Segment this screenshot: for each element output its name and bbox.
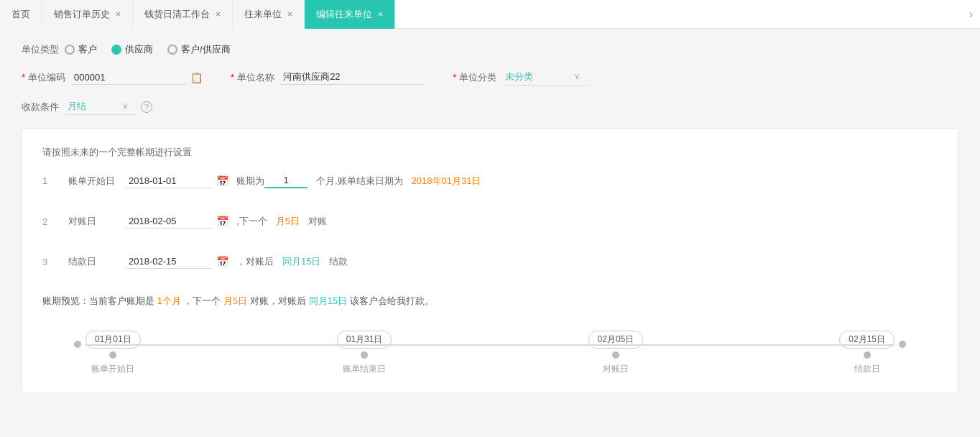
payment-date-input[interactable] xyxy=(126,254,212,269)
calendar-icon-1[interactable]: 📅 xyxy=(216,175,228,187)
unit-type-row: 单位类型 客户 供应商 客户/供应商 xyxy=(22,43,958,56)
main-content: 单位类型 客户 供应商 客户/供应商 * 单位编码 📋 * 单位名称 xyxy=(0,29,980,437)
preview-sep2: 对账，对账后 xyxy=(250,295,306,306)
period-label: 账期为 xyxy=(236,175,264,188)
unit-class-field: * 单位分类 未分类 ∨ xyxy=(453,69,588,86)
question-icon[interactable]: ? xyxy=(141,101,152,113)
unit-class-select[interactable]: 未分类 ∨ xyxy=(502,69,588,86)
row-label-3: 结款日 xyxy=(68,255,126,268)
timeline-point-1: 01月01日 账单开始日 xyxy=(85,331,141,375)
unit-code-label: 单位编码 xyxy=(28,71,65,84)
payment-terms-label: 收款条件 xyxy=(22,101,59,114)
payment-terms-value: 月结 xyxy=(68,100,122,113)
radio-supplier-circle xyxy=(111,45,121,55)
row-label-1: 账单开始日 xyxy=(68,175,126,188)
period-value-input[interactable] xyxy=(264,173,308,188)
timeline-label-4: 结款日 xyxy=(854,363,880,375)
unit-class-label: 单位分类 xyxy=(459,71,496,84)
preview-section: 账期预览：当前客户账期是 1个月 ，下一个 月5日 对账，对账后 同月15日 该… xyxy=(42,286,938,310)
row-num-1: 1 xyxy=(42,175,57,186)
timeline-line xyxy=(85,344,895,346)
timeline-dot-1 xyxy=(109,351,116,359)
unit-name-field: * 单位名称 xyxy=(231,70,424,85)
dropdown-icon: ∨ xyxy=(122,101,134,112)
radio-both-circle xyxy=(167,45,177,55)
reconcile-date-input[interactable] xyxy=(126,214,212,229)
timeline-points: 01月01日 账单开始日 01月31日 账单结束日 02月05日 对账日 xyxy=(57,331,923,375)
row-num-2: 2 xyxy=(42,216,57,227)
radio-customer[interactable]: 客户 xyxy=(65,43,97,56)
payment-terms-select[interactable]: 月结 ∨ xyxy=(65,98,137,115)
timeline-point-2: 01月31日 账单结束日 xyxy=(337,331,392,375)
close-icon[interactable]: × xyxy=(287,9,292,19)
timeline-tag-3: 02月05日 xyxy=(588,331,644,349)
timeline-start-dot xyxy=(74,341,81,348)
dropdown-icon: ∨ xyxy=(574,71,586,83)
calendar-icon-2[interactable]: 📅 xyxy=(216,216,228,227)
unit-type-radio-group: 客户 供应商 客户/供应商 xyxy=(65,43,231,56)
close-icon[interactable]: × xyxy=(116,9,121,19)
timeline-dot-2 xyxy=(361,351,368,359)
tab-cash-work[interactable]: 钱货日清工作台 × xyxy=(133,0,233,29)
radio-both[interactable]: 客户/供应商 xyxy=(167,43,231,56)
preview-suffix: 该客户会给我打款。 xyxy=(350,295,434,306)
payment-terms-row: 收款条件 月结 ∨ ? xyxy=(22,98,958,115)
timeline-dot-3 xyxy=(612,351,619,359)
calendar-icon-3[interactable]: 📅 xyxy=(216,256,228,267)
timeline-end-dot xyxy=(899,341,906,348)
close-icon[interactable]: × xyxy=(378,9,383,19)
timeline-label-2: 账单结束日 xyxy=(343,363,386,375)
calendar-icon[interactable]: 📋 xyxy=(190,72,202,83)
row3-desc-highlight: 同月15日 xyxy=(282,255,320,268)
period-end-date: 2018年01月31日 xyxy=(412,175,481,188)
start-date-input[interactable] xyxy=(126,174,212,188)
timeline-label-1: 账单开始日 xyxy=(91,363,134,375)
tab-sales-order-history[interactable]: 销售订单历史 × xyxy=(42,0,133,29)
timeline: 01月01日 账单开始日 01月31日 账单结束日 02月05日 对账日 xyxy=(42,331,938,375)
row2-desc-suffix: 对账 xyxy=(308,215,327,228)
row3-desc-prefix: ，对账后 xyxy=(236,255,274,268)
tab-home[interactable]: 首页 xyxy=(0,0,42,29)
timeline-dot-4 xyxy=(864,351,871,359)
unit-code-input[interactable] xyxy=(71,70,186,85)
row2-desc-prefix: ,下一个 xyxy=(236,215,267,228)
timeline-point-3: 02月05日 对账日 xyxy=(588,331,644,375)
setting-row-1: 1 账单开始日 📅 账期为 个月,账单结束日期为 2018年01月31日 xyxy=(42,173,938,194)
row-label-2: 对账日 xyxy=(68,215,126,228)
preview-sep1: ，下一个 xyxy=(183,295,221,306)
unit-name-label: 单位名称 xyxy=(237,71,274,84)
timeline-tag-2: 01月31日 xyxy=(337,331,392,349)
settings-panel: 请按照未来的一个完整帐期进行设置 1 账单开始日 📅 账期为 个月,账单结束日期… xyxy=(22,128,958,393)
radio-supplier[interactable]: 供应商 xyxy=(111,43,153,56)
unit-info-row: * 单位编码 📋 * 单位名称 * 单位分类 未分类 ∨ xyxy=(22,69,958,86)
preview-prefix: 账期预览：当前客户账期是 xyxy=(42,295,154,306)
tab-bar: 首页 销售订单历史 × 钱货日清工作台 × 往来单位 × 编辑往来单位 × › xyxy=(0,0,980,29)
preview-date1: 月5日 xyxy=(223,295,247,306)
timeline-label-3: 对账日 xyxy=(603,363,629,375)
tab-expand-button[interactable]: › xyxy=(962,8,980,21)
period-unit: 个月,账单结束日期为 xyxy=(316,175,403,188)
timeline-point-4: 02月15日 结款日 xyxy=(839,331,895,375)
setting-row-2: 2 对账日 📅 ,下一个 月5日 对账 xyxy=(42,214,938,234)
unit-name-input[interactable] xyxy=(280,70,424,85)
preview-date2: 同月15日 xyxy=(309,295,347,306)
row3-desc-suffix: 结款 xyxy=(329,255,348,268)
unit-class-value: 未分类 xyxy=(505,70,574,83)
row-num-3: 3 xyxy=(42,257,57,267)
tab-partner-unit[interactable]: 往来单位 × xyxy=(233,0,305,29)
panel-instruction: 请按照未来的一个完整帐期进行设置 xyxy=(42,146,938,159)
timeline-tag-1: 01月01日 xyxy=(85,331,141,349)
timeline-tag-4: 02月15日 xyxy=(839,331,895,349)
tab-edit-partner-unit[interactable]: 编辑往来单位 × xyxy=(305,0,395,29)
row2-desc-highlight: 月5日 xyxy=(276,215,300,228)
close-icon[interactable]: × xyxy=(216,9,221,19)
radio-customer-circle xyxy=(65,45,75,55)
unit-type-label: 单位类型 xyxy=(22,43,59,56)
unit-code-field: * 单位编码 📋 xyxy=(22,70,202,85)
setting-row-3: 3 结款日 📅 ，对账后 同月15日 结款 xyxy=(42,254,938,275)
preview-month: 1个月 xyxy=(157,295,181,306)
